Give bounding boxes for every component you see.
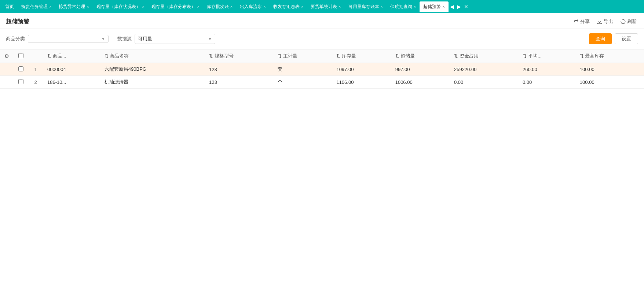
row-maxstock-0: 100.00 <box>575 63 644 76</box>
nav-tab-quality[interactable]: 保质期查询 × <box>387 1 420 12</box>
category-filter: 商品分类 ▼ <box>6 35 109 43</box>
nav-tab-collect[interactable]: 收发存汇总表 × <box>270 1 307 12</box>
table-header-row: ⚙ ⇅ 商品... ⇅ 商品名称 ⇅ <box>0 49 644 63</box>
datasource-dropdown-arrow: ▼ <box>208 37 212 41</box>
row-capital-0: 259220.00 <box>450 63 518 76</box>
datasource-filter: 数据源 可用量 ▼ <box>117 34 215 44</box>
row-gear-1 <box>0 76 14 89</box>
row-stock-1: 1106.00 <box>332 76 391 89</box>
row-code-0: 0000004 <box>43 63 100 76</box>
share-icon <box>574 19 579 24</box>
row-overstock-0: 997.00 <box>391 63 450 76</box>
row-capital-1: 0.00 <box>450 76 518 89</box>
page-header: 超储预警 分享 导出 刷新 <box>0 13 644 29</box>
top-navigation: 首页 拣货任务管理 × 拣货异常处理 × 现存量（库存状况表） × 现存量（库存… <box>0 0 644 13</box>
column-name[interactable]: ⇅ 商品名称 <box>100 49 205 63</box>
table-row: 2 186-10... 机油滤清器 123 个 1106.00 1006.00 … <box>0 76 644 89</box>
row-checkbox-0[interactable] <box>14 63 28 76</box>
row-select-checkbox-1[interactable] <box>18 79 23 84</box>
nav-prev-arrow[interactable]: ◀ <box>449 4 455 10</box>
nav-tab-batch[interactable]: 库存批次账 × <box>203 1 236 12</box>
query-button[interactable]: 查询 <box>589 33 612 44</box>
row-num-0: 1 <box>28 63 43 76</box>
nav-tab-home[interactable]: 首页 <box>1 1 18 12</box>
column-avg[interactable]: ⇅ 平均... <box>518 49 575 63</box>
header-actions: 分享 导出 刷新 <box>572 18 638 26</box>
share-button[interactable]: 分享 <box>572 18 591 26</box>
table-row: 1 0000004 六配套新昌490BPG 123 套 1097.00 997.… <box>0 63 644 76</box>
select-all-checkbox[interactable] <box>18 53 23 58</box>
close-tab-task[interactable]: × <box>49 4 51 9</box>
close-tab-order-stat[interactable]: × <box>339 4 341 9</box>
row-stock-0: 1097.00 <box>332 63 391 76</box>
row-spec-1: 123 <box>205 76 273 89</box>
nav-tab-overstock[interactable]: 超储预警 × <box>420 1 448 12</box>
row-spec-0: 123 <box>205 63 273 76</box>
export-button[interactable]: 导出 <box>596 18 615 26</box>
page-container: 超储预警 分享 导出 刷新 商品 <box>0 13 644 293</box>
filter-actions: 查询 设置 <box>589 33 638 44</box>
export-icon <box>597 19 602 24</box>
nav-close-arrow[interactable]: ✕ <box>462 4 470 10</box>
category-select[interactable]: ▼ <box>28 35 109 43</box>
nav-tab-abnormal[interactable]: 拣货异常处理 × <box>55 1 92 12</box>
column-capital[interactable]: ⇅ 资金占用 <box>450 49 518 63</box>
close-tab-batch[interactable]: × <box>230 4 233 9</box>
close-tab-abnormal[interactable]: × <box>87 4 89 9</box>
refresh-icon <box>621 19 626 24</box>
data-table: ⚙ ⇅ 商品... ⇅ 商品名称 ⇅ <box>0 49 644 89</box>
nav-tab-inout[interactable]: 出入库流水 × <box>236 1 269 12</box>
row-avg-1: 0.00 <box>518 76 575 89</box>
settings-button[interactable]: 设置 <box>615 33 638 44</box>
column-num <box>28 49 43 63</box>
close-tab-avail[interactable]: × <box>381 4 383 9</box>
refresh-button[interactable]: 刷新 <box>619 18 638 26</box>
row-gear-0 <box>0 63 14 76</box>
nav-tab-stock-status[interactable]: 现存量（库存状况表） × <box>93 1 148 12</box>
nav-next-arrow[interactable]: ▶ <box>455 4 462 10</box>
datasource-label: 数据源 <box>117 36 132 42</box>
column-code[interactable]: ⇅ 商品... <box>43 49 100 63</box>
nav-tab-avail[interactable]: 可用量库存账本 × <box>345 1 387 12</box>
category-dropdown-arrow: ▼ <box>101 37 105 41</box>
close-tab-overstock[interactable]: × <box>442 4 444 9</box>
row-unit-1: 个 <box>273 76 332 89</box>
column-gear: ⚙ <box>0 49 14 63</box>
close-tab-stock-status[interactable]: × <box>142 4 144 9</box>
close-tab-collect[interactable]: × <box>301 4 303 9</box>
row-overstock-1: 1006.00 <box>391 76 450 89</box>
column-maxstock[interactable]: ⇅ 最高库存 <box>575 49 644 63</box>
close-tab-stock-dist[interactable]: × <box>197 4 199 9</box>
row-name-1: 机油滤清器 <box>100 76 205 89</box>
row-unit-0: 套 <box>273 63 332 76</box>
column-overstock[interactable]: ⇅ 超储量 <box>391 49 450 63</box>
datasource-value: 可用量 <box>138 36 152 42</box>
row-select-checkbox-0[interactable] <box>18 66 23 71</box>
category-label: 商品分类 <box>6 36 25 42</box>
close-tab-quality[interactable]: × <box>414 4 416 9</box>
datasource-select[interactable]: 可用量 ▼ <box>135 34 215 44</box>
nav-tab-task[interactable]: 拣货任务管理 × <box>18 1 55 12</box>
row-num-1: 2 <box>28 76 43 89</box>
row-code-1: 186-10... <box>43 76 100 89</box>
nav-tab-stock-dist[interactable]: 现存量（库存分布表） × <box>148 1 203 12</box>
row-checkbox-1[interactable] <box>14 76 28 89</box>
close-tab-inout[interactable]: × <box>263 4 266 9</box>
page-title: 超储预警 <box>6 18 29 26</box>
column-spec[interactable]: ⇅ 规格型号 <box>205 49 273 63</box>
nav-tab-order-stat[interactable]: 要货单统计表 × <box>307 1 344 12</box>
row-avg-0: 260.00 <box>518 63 575 76</box>
column-unit[interactable]: ⇅ 主计量 <box>273 49 332 63</box>
table-container: ⚙ ⇅ 商品... ⇅ 商品名称 ⇅ <box>0 49 644 89</box>
column-checkbox-header <box>14 49 28 63</box>
gear-icon[interactable]: ⚙ <box>4 53 9 59</box>
table-body: 1 0000004 六配套新昌490BPG 123 套 1097.00 997.… <box>0 63 644 89</box>
filter-area: 商品分类 ▼ 数据源 可用量 ▼ 查询 设置 <box>0 29 644 49</box>
row-name-0: 六配套新昌490BPG <box>100 63 205 76</box>
row-maxstock-1: 100.00 <box>575 76 644 89</box>
column-stock[interactable]: ⇅ 库存量 <box>332 49 391 63</box>
